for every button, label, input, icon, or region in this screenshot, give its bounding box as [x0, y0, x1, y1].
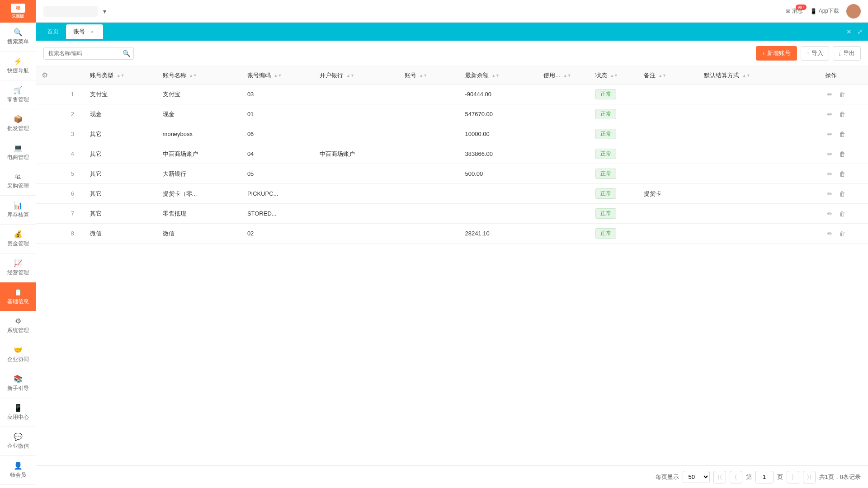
edit-button[interactable]: ✏ [825, 189, 835, 199]
sidebar-item-inventory-label: 库存核算 [7, 211, 29, 218]
page-input[interactable] [755, 471, 774, 483]
sidebar-item-wholesale[interactable]: 📦 批发管理 [0, 109, 36, 138]
delete-button[interactable]: 🗑 [837, 149, 848, 159]
top-search-input[interactable] [43, 6, 98, 17]
row-settings-cell [36, 104, 61, 124]
sort-bank-icon[interactable]: ▲▼ [346, 73, 354, 78]
delete-button[interactable]: 🗑 [837, 109, 848, 119]
sidebar-item-member[interactable]: 👤 畅会员 [0, 456, 36, 485]
delete-button[interactable]: 🗑 [837, 229, 848, 239]
edit-button[interactable]: ✏ [825, 149, 835, 159]
tab-account-label: 账号 [73, 28, 85, 36]
row-type-cell: 其它 [85, 144, 157, 164]
delete-button[interactable]: 🗑 [837, 169, 848, 179]
row-actions-cell: ✏ 🗑 [820, 224, 868, 244]
sidebar-item-search-label: 搜索菜单 [7, 38, 29, 45]
tab-home[interactable]: 首页 [40, 24, 66, 39]
sort-account-code-icon[interactable]: ▲▼ [274, 73, 282, 78]
tab-account-close[interactable]: × [89, 28, 96, 35]
tab-expand-btn[interactable]: ⤢ [855, 26, 864, 37]
row-code-cell: 03 [242, 84, 315, 104]
row-balance-cell: 383866.00 [460, 144, 538, 164]
row-balance-cell: 28241.10 [460, 224, 538, 244]
sort-usage-icon[interactable]: ▲▼ [563, 73, 571, 78]
row-status-cell: 正常 [590, 124, 638, 144]
sidebar: 稻 乐惠版 🔍 搜索菜单 ⚡ 快捷导航 🛒 零售管理 📦 批发管理 💻 电商管理… [0, 0, 36, 488]
row-bank-cell [314, 164, 399, 184]
row-account-cell [399, 224, 460, 244]
sidebar-item-purchase[interactable]: 🛍 采购管理 [0, 167, 36, 196]
row-actions-cell: ✏ 🗑 [820, 104, 868, 124]
sidebar-item-ecommerce[interactable]: 💻 电商管理 [0, 138, 36, 167]
sort-balance-icon[interactable]: ▲▼ [491, 73, 500, 78]
app-download-button[interactable]: 📱 App下载 [810, 7, 839, 15]
tab-close-all-btn[interactable]: ✕ [844, 26, 854, 37]
edit-button[interactable]: ✏ [825, 209, 835, 219]
delete-button[interactable]: 🗑 [837, 89, 848, 99]
row-usage-cell [538, 204, 590, 224]
export-button[interactable]: ↓ 导出 [833, 46, 861, 61]
row-bank-cell: 中百商场账户 [314, 144, 399, 164]
sidebar-item-enterprise[interactable]: 🤝 企业协同 [0, 340, 36, 369]
edit-button[interactable]: ✏ [825, 169, 835, 179]
row-num-cell: 1 [61, 84, 85, 104]
row-code-cell: 05 [242, 164, 315, 184]
message-button[interactable]: ✉ 消息 99+ [786, 7, 803, 15]
pagination: 每页显示 50 20 100 ⟨⟨ ⟨ 第 页 ⟩ ⟩⟩ 共1页，8条记录 [36, 465, 868, 488]
row-usage-cell [538, 124, 590, 144]
sidebar-item-quick[interactable]: ⚡ 快捷导航 [0, 52, 36, 80]
import-button[interactable]: ↑ 导入 [801, 46, 829, 61]
sidebar-item-capital[interactable]: 💰 资金管理 [0, 225, 36, 253]
col-account-name-label: 账号名称 [163, 72, 186, 79]
sidebar-item-wechat[interactable]: 💬 企业微信 [0, 427, 36, 456]
table-row: 6 其它 提货卡（零... PICKUPC... 正常 提货卡 ✏ 🗑 [36, 184, 868, 204]
edit-button[interactable]: ✏ [825, 109, 835, 119]
sidebar-item-system[interactable]: ⚙ 系统管理 [0, 311, 36, 340]
col-settlement-label: 默认结算方式 [704, 72, 739, 79]
col-status: 状态 ▲▼ [590, 66, 638, 84]
sort-account-name-icon[interactable]: ▲▼ [189, 73, 197, 78]
delete-button[interactable]: 🗑 [837, 129, 848, 139]
table-row: 5 其它 大新银行 05 500.00 正常 ✏ 🗑 [36, 164, 868, 184]
dropdown-btn[interactable]: ▾ [103, 8, 106, 15]
sort-remark-icon[interactable]: ▲▼ [658, 73, 666, 78]
row-settlement-cell [698, 184, 820, 204]
avatar[interactable] [846, 4, 861, 19]
sidebar-item-operation[interactable]: 📈 经营管理 [0, 253, 36, 282]
sort-account-type-icon[interactable]: ▲▼ [117, 73, 125, 78]
system-icon: ⚙ [2, 317, 34, 325]
row-remark-cell [638, 204, 699, 224]
sort-status-icon[interactable]: ▲▼ [610, 73, 618, 78]
delete-button[interactable]: 🗑 [837, 209, 848, 219]
next-page-btn[interactable]: ⟩ [787, 471, 799, 483]
sidebar-item-basic[interactable]: 📋 基础信息 [0, 282, 36, 311]
search-icon-button[interactable]: 🔍 [123, 50, 130, 57]
sort-account-icon[interactable]: ▲▼ [419, 73, 427, 78]
page-size-select[interactable]: 50 20 100 [683, 471, 710, 483]
delete-button[interactable]: 🗑 [837, 189, 848, 199]
prev-page-btn[interactable]: ⟨ [730, 471, 742, 483]
sidebar-item-guide[interactable]: 📚 新手引导 [0, 369, 36, 398]
tab-account[interactable]: 账号 × [66, 24, 103, 39]
last-page-btn[interactable]: ⟩⟩ [803, 471, 816, 483]
main-area: ▾ ✉ 消息 99+ 📱 App下载 首页 账号 × ✕ ⤢ [36, 0, 868, 488]
edit-button[interactable]: ✏ [825, 129, 835, 139]
sidebar-item-search[interactable]: 🔍 搜索菜单 [0, 23, 36, 52]
edit-button[interactable]: ✏ [825, 229, 835, 239]
sort-settlement-icon[interactable]: ▲▼ [742, 73, 750, 78]
first-page-btn[interactable]: ⟨⟨ [713, 471, 726, 483]
edit-button[interactable]: ✏ [825, 89, 835, 99]
sidebar-item-appcenter[interactable]: 📱 应用中心 [0, 398, 36, 427]
sidebar-item-retail[interactable]: 🛒 零售管理 [0, 80, 36, 109]
sidebar-item-retail-label: 零售管理 [7, 96, 29, 103]
sidebar-item-inventory[interactable]: 📊 库存核算 [0, 196, 36, 225]
logo-text: 乐惠版 [12, 14, 24, 19]
logo: 稻 乐惠版 [0, 0, 36, 23]
row-num-cell: 4 [61, 144, 85, 164]
top-header-right: ✉ 消息 99+ 📱 App下载 [786, 4, 861, 19]
status-badge: 正常 [595, 149, 616, 159]
add-account-button[interactable]: + 新增账号 [756, 46, 797, 61]
row-settlement-cell [698, 204, 820, 224]
account-search-input[interactable] [43, 47, 134, 60]
settings-gear-icon[interactable]: ⚙ [42, 71, 48, 79]
